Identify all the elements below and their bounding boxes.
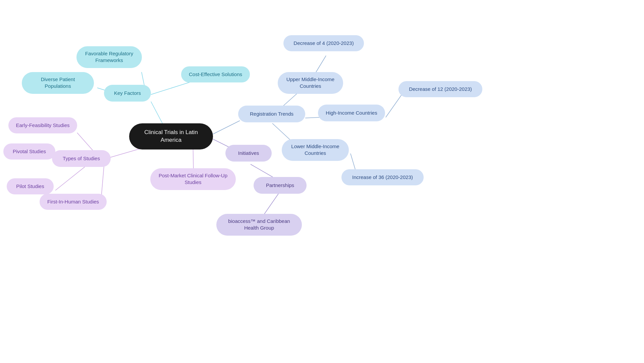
upper-middle-income-node[interactable]: Upper Middle-Income Countries: [278, 72, 343, 94]
svg-line-12: [305, 117, 320, 118]
first-in-human-node[interactable]: First-In-Human Studies: [40, 194, 107, 210]
high-income-node[interactable]: High-Income Countries: [318, 105, 385, 121]
favorable-regulatory-node[interactable]: Favorable Regulatory Frameworks: [76, 46, 142, 68]
types-of-studies-node[interactable]: Types of Studies: [52, 150, 111, 167]
pivotal-studies-node[interactable]: Pivotal Studies: [3, 143, 55, 160]
svg-line-15: [386, 94, 402, 117]
key-factors-node[interactable]: Key Factors: [104, 85, 151, 102]
svg-line-8: [101, 166, 104, 197]
svg-line-3: [151, 82, 191, 95]
central-node[interactable]: Clinical Trials in Latin America: [129, 123, 213, 149]
initiatives-node[interactable]: Initiatives: [225, 145, 272, 162]
decrease-4-node[interactable]: Decrease of 4 (2020-2023): [283, 35, 364, 51]
svg-line-10: [213, 121, 240, 134]
partnerships-node[interactable]: Partnerships: [254, 177, 307, 194]
registration-trends-node[interactable]: Registration Trends: [238, 106, 305, 122]
post-market-node[interactable]: Post-Market Clinical Follow-Up Studies: [150, 168, 236, 190]
cost-effective-node[interactable]: Cost-Effective Solutions: [181, 66, 250, 82]
svg-line-7: [55, 164, 89, 190]
decrease-12-node[interactable]: Decrease of 12 (2020-2023): [398, 81, 482, 97]
increase-36-node[interactable]: Increase of 36 (2020-2023): [341, 169, 424, 185]
early-feasibility-node[interactable]: Early-Feasibility Studies: [8, 117, 77, 133]
bioaccess-node[interactable]: bioaccess™ and Caribbean Health Group: [216, 214, 302, 236]
pilot-studies-node[interactable]: Pilot Studies: [7, 178, 54, 194]
lower-middle-income-node[interactable]: Lower Middle-Income Countries: [282, 139, 349, 161]
diverse-patient-node[interactable]: Diverse Patient Populations: [22, 72, 94, 94]
